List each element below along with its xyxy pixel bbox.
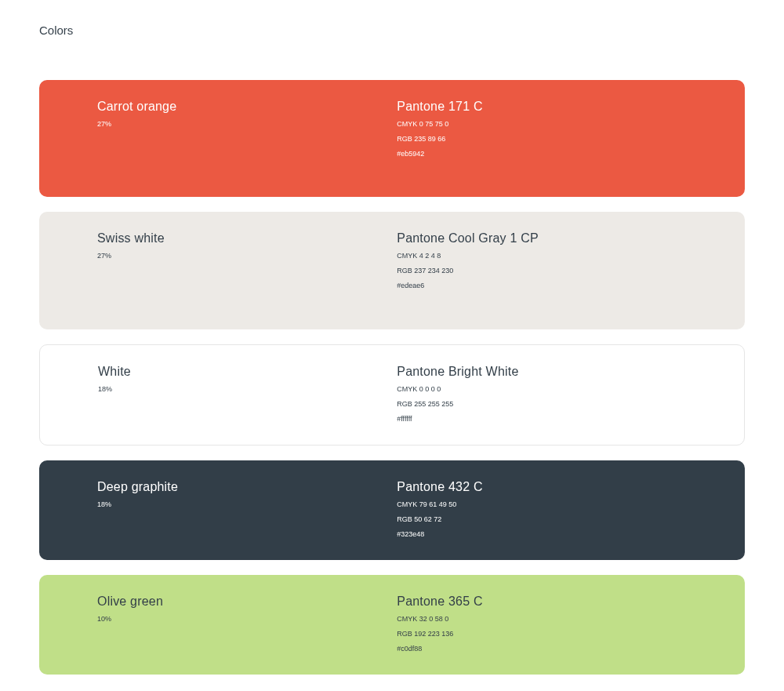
color-percentage: 27% <box>97 252 397 260</box>
swatch-carrot-orange: Carrot orange 27% Pantone 171 C CMYK 0 7… <box>39 80 745 197</box>
swatch-right-col: Pantone 171 C CMYK 0 75 75 0 RGB 235 89 … <box>397 100 745 175</box>
cmyk-value: CMYK 4 2 4 8 <box>397 253 745 260</box>
hex-value: #ffffff <box>397 416 744 423</box>
color-name: Deep graphite <box>97 480 397 494</box>
pantone-name: Pantone Cool Gray 1 CP <box>397 231 745 245</box>
swatch-left-col: Swiss white 27% <box>39 231 397 307</box>
swatch-right-col: Pantone 432 C CMYK 79 61 49 50 RGB 50 62… <box>397 480 745 538</box>
hex-value: #323e48 <box>397 531 745 538</box>
swatch-right-col: Pantone Cool Gray 1 CP CMYK 4 2 4 8 RGB … <box>397 231 745 307</box>
swatch-left-col: White 18% <box>40 365 397 423</box>
pantone-name: Pantone 432 C <box>397 480 745 494</box>
rgb-value: RGB 255 255 255 <box>397 401 744 408</box>
cmyk-value: CMYK 32 0 58 0 <box>397 616 745 623</box>
pantone-name: Pantone 365 C <box>397 595 745 609</box>
color-percentage: 10% <box>97 615 397 623</box>
swatch-right-col: Pantone Bright White CMYK 0 0 0 0 RGB 25… <box>397 365 744 423</box>
hex-value: #c0df88 <box>397 646 745 653</box>
swatch-deep-graphite: Deep graphite 18% Pantone 432 C CMYK 79 … <box>39 460 745 560</box>
swatch-right-col: Pantone 365 C CMYK 32 0 58 0 RGB 192 223… <box>397 595 745 653</box>
swatch-swiss-white: Swiss white 27% Pantone Cool Gray 1 CP C… <box>39 212 745 329</box>
swatch-list: Carrot orange 27% Pantone 171 C CMYK 0 7… <box>39 80 745 675</box>
color-percentage: 18% <box>97 500 397 508</box>
swatch-left-col: Carrot orange 27% <box>39 100 397 175</box>
rgb-value: RGB 50 62 72 <box>397 516 745 523</box>
color-name: White <box>98 365 397 379</box>
rgb-value: RGB 235 89 66 <box>397 136 745 143</box>
color-name: Carrot orange <box>97 100 397 114</box>
color-percentage: 18% <box>98 385 397 393</box>
hex-value: #edeae6 <box>397 282 745 289</box>
swatch-white: White 18% Pantone Bright White CMYK 0 0 … <box>39 344 745 446</box>
swatch-left-col: Deep graphite 18% <box>39 480 397 538</box>
cmyk-value: CMYK 0 75 75 0 <box>397 121 745 128</box>
rgb-value: RGB 192 223 136 <box>397 631 745 638</box>
page-title: Colors <box>39 24 745 37</box>
color-name: Swiss white <box>97 231 397 245</box>
cmyk-value: CMYK 79 61 49 50 <box>397 501 745 508</box>
rgb-value: RGB 237 234 230 <box>397 267 745 275</box>
swatch-olive-green: Olive green 10% Pantone 365 C CMYK 32 0 … <box>39 575 745 675</box>
color-name: Olive green <box>97 595 397 609</box>
pantone-name: Pantone 171 C <box>397 100 745 114</box>
cmyk-value: CMYK 0 0 0 0 <box>397 386 744 393</box>
hex-value: #eb5942 <box>397 151 745 158</box>
swatch-left-col: Olive green 10% <box>39 595 397 653</box>
color-percentage: 27% <box>97 120 397 128</box>
pantone-name: Pantone Bright White <box>397 365 744 379</box>
